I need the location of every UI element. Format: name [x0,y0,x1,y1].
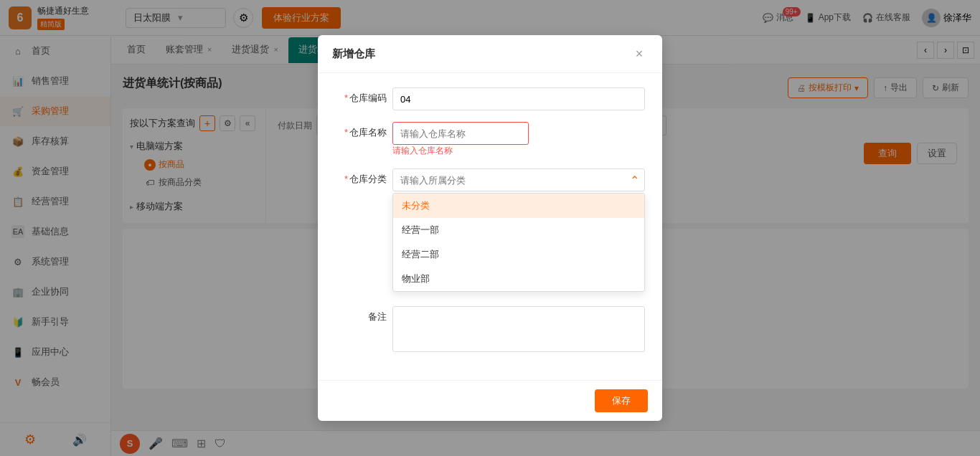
warehouse-remarks-label: 备注 [335,306,392,323]
warehouse-name-control [392,122,529,145]
warehouse-category-label: 仓库分类 [335,168,392,186]
warehouse-name-label: 仓库名称 [335,122,392,139]
modal-overlay: 新增仓库 × 仓库编码 仓库名称 请输入仓库名称 [0,0,980,456]
dropdown-item-none[interactable]: 未分类 [393,194,644,218]
modal-save-btn[interactable]: 保存 [595,389,648,412]
warehouse-remarks-input[interactable] [392,306,645,352]
warehouse-code-row: 仓库编码 [335,87,645,110]
warehouse-code-control [392,87,645,110]
warehouse-code-input[interactable] [392,87,645,110]
warehouse-name-inner: 仓库名称 [335,122,529,145]
warehouse-name-error: 请输入仓库名称 [392,146,453,156]
modal-body: 仓库编码 仓库名称 请输入仓库名称 仓库分类 [318,73,662,380]
warehouse-category-row: 仓库分类 ⌃ 未分类 经营一部 经营二部 物业部 [335,168,645,191]
warehouse-remarks-row: 备注 [335,306,645,354]
warehouse-category-input[interactable] [392,168,645,191]
dropdown-item-property[interactable]: 物业部 [393,267,644,291]
warehouse-name-error-area: 请输入仓库名称 [392,145,453,157]
warehouse-modal: 新增仓库 × 仓库编码 仓库名称 请输入仓库名称 [318,35,662,421]
warehouse-name-input[interactable] [392,122,529,145]
warehouse-category-select-wrapper: ⌃ [392,168,645,191]
modal-header: 新增仓库 × [318,35,662,73]
modal-close-btn[interactable]: × [631,45,648,62]
dropdown-item-dept1[interactable]: 经营一部 [393,218,644,242]
warehouse-category-control: ⌃ 未分类 经营一部 经营二部 物业部 [392,168,645,191]
dropdown-item-dept2[interactable]: 经营二部 [393,242,644,267]
modal-footer: 保存 [318,380,662,421]
modal-title: 新增仓库 [332,47,375,61]
category-dropdown: 未分类 经营一部 经营二部 物业部 [392,193,645,292]
warehouse-name-row: 仓库名称 请输入仓库名称 [335,122,645,157]
warehouse-code-label: 仓库编码 [335,87,392,105]
warehouse-remarks-control [392,306,645,354]
